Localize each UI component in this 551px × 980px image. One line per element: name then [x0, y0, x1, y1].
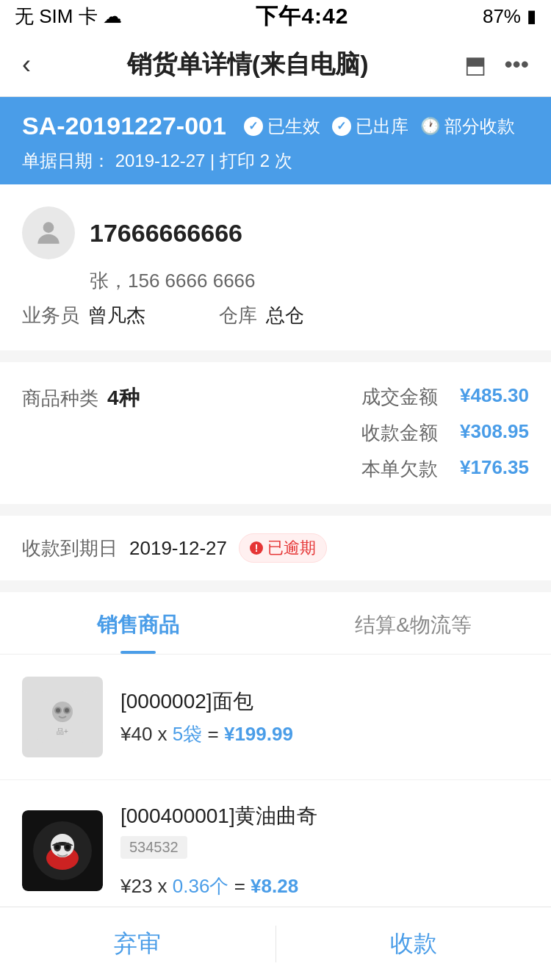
product-thumb-cookies — [22, 810, 103, 891]
tabs-section: 销售商品 结算&物流等 — [0, 592, 551, 655]
header-banner: SA-20191227-001 ✓ 已生效 ✓ 已出库 🕐 部分收款 单据日期：… — [0, 97, 551, 184]
nav-bar: ‹ 销货单详情(来自电脑) ⬒ ••• — [0, 32, 551, 97]
customer-meta-row: 业务员 曾凡杰 仓库 总仓 — [22, 303, 529, 328]
due-section: 收款到期日 2019-12-27 ! 已逾期 — [0, 516, 551, 580]
status-shipped-label: 已出库 — [356, 115, 408, 138]
status-partial-label: 部分收款 — [444, 115, 515, 138]
check-icon-effective: ✓ — [244, 117, 263, 136]
customer-section: 17666666666 张，156 6666 6666 业务员 曾凡杰 仓库 总… — [0, 184, 551, 350]
overdue-label: 已逾期 — [267, 537, 316, 559]
status-partial-payment: 🕐 部分收款 — [420, 115, 515, 138]
status-effective: ✓ 已生效 — [244, 115, 320, 138]
status-battery: 87% ▮ — [483, 5, 536, 28]
status-shipped: ✓ 已出库 — [332, 115, 408, 138]
due-amount-label: 本单欠款 — [361, 456, 438, 482]
status-tags: ✓ 已生效 ✓ 已出库 🕐 部分收款 — [244, 115, 515, 138]
qty-bread: 5袋 — [173, 723, 202, 745]
status-effective-label: 已生效 — [267, 115, 320, 138]
product-tag-cookies: 534532 — [120, 836, 187, 859]
svg-point-5 — [56, 708, 60, 713]
price-cookies: ¥23 x — [120, 875, 173, 897]
due-date-value: 2019-12-27 — [129, 537, 227, 560]
due-date-label: 收款到期日 — [22, 536, 118, 561]
total-cookies: ¥8.28 — [251, 875, 298, 897]
salesperson-value: 曾凡杰 — [88, 303, 145, 328]
price-bread: ¥40 x — [120, 723, 173, 745]
amount-details: 成交金额 ¥485.30 收款金额 ¥308.95 本单欠款 ¥176.35 — [361, 384, 529, 482]
deal-amount-row: 成交金额 ¥485.30 — [361, 384, 529, 410]
deal-amount-value: ¥485.30 — [460, 384, 529, 410]
battery-percent: 87% — [483, 5, 521, 28]
customer-phone: 17666666666 — [90, 219, 242, 248]
product-types: 商品种类 4种 — [22, 384, 140, 412]
salesperson-label: 业务员 — [22, 303, 79, 328]
svg-point-6 — [65, 708, 69, 713]
status-time: 下午4:42 — [256, 1, 348, 32]
customer-avatar — [22, 206, 75, 259]
total-bread: ¥199.99 — [224, 723, 293, 745]
tab-settlement[interactable]: 结算&物流等 — [276, 592, 551, 654]
nav-right-actions: ⬒ ••• — [464, 51, 529, 79]
order-date: 2019-12-27 — [115, 151, 206, 170]
product-types-label: 商品种类 — [22, 386, 98, 411]
customer-name-phone: 张，156 6666 6666 — [22, 268, 529, 294]
cancel-review-button[interactable]: 弃审 — [0, 913, 276, 975]
warehouse-value: 总仓 — [266, 303, 304, 328]
bottom-action-bar: 弃审 收款 — [0, 907, 551, 980]
product-name-cookies: [000400001]黄油曲奇 — [120, 802, 529, 830]
product-item-bread: 品+ [0000002]面包 ¥40 x 5袋 = ¥199.99 — [0, 655, 551, 780]
equals-cookies: = — [228, 875, 251, 897]
warehouse-label: 仓库 — [219, 303, 257, 328]
product-code-bread: [0000002] — [120, 690, 212, 713]
product-types-value: 4种 — [107, 384, 140, 412]
overdue-exclamation-icon: ! — [250, 541, 263, 555]
product-price-cookies: ¥23 x 0.36个 = ¥8.28 — [120, 873, 529, 899]
product-info-bread: [0000002]面包 ¥40 x 5袋 = ¥199.99 — [120, 688, 529, 747]
print-info: | 打印 2 次 — [210, 151, 292, 170]
received-value: ¥308.95 — [460, 420, 529, 446]
deal-amount-label: 成交金额 — [361, 384, 438, 410]
status-bar: 无 SIM 卡 ☁ 下午4:42 87% ▮ — [0, 0, 551, 32]
cookies-logo-icon — [29, 818, 96, 884]
check-icon-shipped: ✓ — [332, 117, 351, 136]
product-code-cookies: [000400001] — [120, 804, 235, 827]
equals-bread: = — [202, 723, 224, 745]
svg-point-0 — [43, 222, 54, 233]
product-name-bread: [0000002]面包 — [120, 688, 529, 716]
product-thumb-cookies-bg — [22, 810, 103, 891]
overdue-badge: ! 已逾期 — [239, 533, 327, 563]
due-amount-value: ¥176.35 — [460, 456, 529, 482]
product-list: 品+ [0000002]面包 ¥40 x 5袋 = ¥199.99 — [0, 655, 551, 922]
received-amount-row: 收款金额 ¥308.95 — [361, 420, 529, 446]
collect-payment-button[interactable]: 收款 — [276, 913, 552, 975]
product-price-bread: ¥40 x 5袋 = ¥199.99 — [120, 721, 529, 747]
due-amount-row: 本单欠款 ¥176.35 — [361, 456, 529, 482]
bread-placeholder-icon: 品+ — [37, 691, 88, 743]
date-label: 单据日期： — [22, 151, 110, 170]
back-button[interactable]: ‹ — [22, 49, 31, 80]
status-signal: 无 SIM 卡 ☁ — [15, 4, 122, 29]
summary-row: 商品种类 4种 成交金额 ¥485.30 收款金额 ¥308.95 本单欠款 ¥… — [22, 384, 529, 482]
product-thumb-bread: 品+ — [22, 677, 103, 757]
clock-icon: 🕐 — [420, 117, 440, 136]
page-title: 销货单详情(来自电脑) — [127, 48, 369, 82]
battery-icon: ▮ — [527, 6, 536, 26]
person-icon — [32, 217, 65, 249]
svg-point-14 — [65, 845, 70, 849]
received-label: 收款金额 — [361, 420, 438, 446]
svg-text:品+: 品+ — [57, 727, 68, 735]
svg-point-13 — [55, 845, 60, 849]
qty-cookies: 0.36个 — [173, 875, 229, 897]
product-info-cookies: [000400001]黄油曲奇 534532 ¥23 x 0.36个 = ¥8.… — [120, 802, 529, 899]
tabs-bar: 销售商品 结算&物流等 — [0, 592, 551, 655]
product-title-bread: 面包 — [212, 690, 253, 713]
banner-date-row: 单据日期： 2019-12-27 | 打印 2 次 — [22, 149, 529, 173]
product-title-cookies: 黄油曲奇 — [235, 804, 317, 827]
product-item-cookies: [000400001]黄油曲奇 534532 ¥23 x 0.36个 = ¥8.… — [0, 780, 551, 922]
summary-section: 商品种类 4种 成交金额 ¥485.30 收款金额 ¥308.95 本单欠款 ¥… — [0, 362, 551, 504]
order-id: SA-20191227-001 — [22, 112, 226, 140]
more-icon[interactable]: ••• — [504, 51, 529, 78]
share-icon[interactable]: ⬒ — [464, 51, 486, 79]
tab-products[interactable]: 销售商品 — [0, 592, 276, 654]
customer-top-row: 17666666666 — [22, 206, 529, 259]
